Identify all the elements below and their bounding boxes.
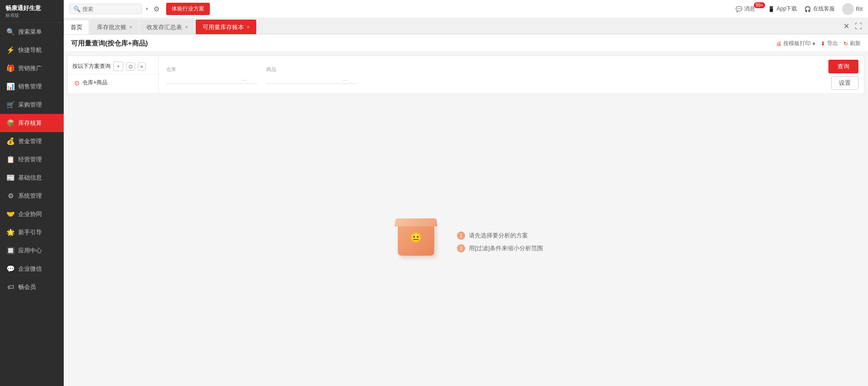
scheme-settings-button[interactable]: ⊙: [126, 62, 135, 71]
sidebar-item-shortcuts[interactable]: ⚡ 快捷导航: [0, 41, 64, 59]
sidebar-item-enterprise[interactable]: 🤝 企业协同: [0, 205, 64, 223]
money-icon: 💰: [6, 137, 15, 145]
user-profile[interactable]: Rit: [842, 3, 863, 15]
query-row: 按以下方案查询 ＋ ⊙ « ⊙ 仓库+商品 仓库: [68, 56, 864, 93]
sidebar-item-inventory[interactable]: 📦 库存核算: [0, 114, 64, 132]
scheme-header: 按以下方案查询 ＋ ⊙ «: [68, 60, 158, 74]
online-service-button[interactable]: 🎧 在线客服: [804, 5, 835, 13]
tip-text-1: 请先选择要分析的方案: [469, 232, 528, 240]
handshake-icon: 🤝: [6, 210, 15, 218]
close-tab-button[interactable]: ✕: [842, 21, 851, 32]
gift-icon: 🎁: [6, 64, 15, 72]
refresh-button[interactable]: ↻ 刷新: [843, 40, 861, 47]
empty-tips: 1 请先选择要分析的方案 2 用[过滤]条件来缩小分析范围: [457, 232, 543, 252]
settings-button[interactable]: 设置: [831, 76, 858, 90]
empty-state: 😐 1 请先选择要分析的方案 2 用[过滤]条件来缩小分析范围: [64, 98, 868, 386]
search-input[interactable]: [82, 6, 137, 12]
scheme-header-label: 按以下方案查询: [72, 62, 111, 70]
product-input-wrapper: …: [266, 74, 357, 84]
sidebar-item-label: 采购管理: [18, 101, 42, 109]
sidebar-item-system[interactable]: ⚙ 系统管理: [0, 187, 64, 205]
scheme-add-button[interactable]: ＋: [113, 62, 123, 71]
sidebar-item-basic[interactable]: 📰 基础信息: [0, 169, 64, 187]
sidebar-item-operation[interactable]: 📋 经营管理: [0, 150, 64, 169]
warehouse-input[interactable]: [166, 76, 239, 82]
topbar: 🔍 ▾ ⚙ 体验行业方案 💬 消息 99+ 📱 App下载 🎧 在线客服 Rit: [64, 0, 868, 18]
dropdown-icon: ▾: [812, 41, 815, 47]
sidebar-item-marketing[interactable]: 🎁 营销推广: [0, 59, 64, 77]
scheme-collapse-button[interactable]: «: [138, 62, 146, 71]
sidebar-item-label: 资金管理: [18, 137, 42, 145]
sidebar-item-finance[interactable]: 💰 资金管理: [0, 132, 64, 150]
sidebar: 畅康通好生意 标准版 🔍 搜索菜单 ⚡ 快捷导航 🎁 营销推广 📊 销售管理 🛒…: [0, 0, 64, 386]
tab-label: 收发存汇总表: [147, 23, 182, 31]
tip-num-2: 2: [457, 244, 465, 252]
box-icon: 📦: [6, 119, 15, 127]
search-icon: 🔍: [73, 5, 81, 12]
scheme-icon: ⊙: [74, 79, 80, 87]
page-content: 可用量查询(按仓库+商品) 🖨 按模板打印 ▾ ⬇ 导出 ↻ 刷新: [64, 35, 868, 386]
empty-illustration: 😐: [389, 215, 443, 269]
sidebar-item-wechat[interactable]: 💬 企业微信: [0, 260, 64, 278]
export-button[interactable]: ⬇ 导出: [821, 40, 838, 47]
tab-batch[interactable]: 库存批次账 ×: [90, 20, 139, 34]
page-header: 可用量查询(按仓库+商品) 🖨 按模板打印 ▾ ⬇ 导出 ↻ 刷新: [64, 35, 868, 52]
empty-box-visual: 😐: [398, 224, 434, 256]
scheme-item-warehouse-product[interactable]: ⊙ 仓库+商品: [68, 76, 158, 89]
tag-icon: 🏷: [6, 283, 15, 291]
close-icon[interactable]: ×: [129, 25, 132, 30]
print-label: 按模板打印: [783, 40, 811, 47]
tab-home[interactable]: 首页: [64, 20, 89, 34]
product-more-button[interactable]: …: [341, 76, 348, 82]
app-download-label: App下载: [777, 5, 797, 13]
sidebar-item-purchase[interactable]: 🛒 采购管理: [0, 96, 64, 114]
trial-button[interactable]: 体验行业方案: [166, 3, 210, 15]
print-icon: 🖨: [776, 41, 782, 47]
app-download-button[interactable]: 📱 App下载: [768, 5, 797, 13]
box-face-icon: 😐: [410, 232, 422, 244]
close-icon[interactable]: ×: [247, 25, 249, 30]
sidebar-item-label: 营销推广: [18, 64, 42, 72]
sidebar-item-label: 系统管理: [18, 192, 42, 200]
message-button[interactable]: 💬 消息 99+: [736, 5, 761, 13]
sidebar-item-vip[interactable]: 🏷 畅会员: [0, 278, 64, 296]
empty-tip-2: 2 用[过滤]条件来缩小分析范围: [457, 244, 543, 252]
sidebar-item-label: 经营管理: [18, 155, 42, 164]
close-icon[interactable]: ×: [185, 25, 188, 30]
topbar-right: 💬 消息 99+ 📱 App下载 🎧 在线客服 Rit: [736, 3, 863, 15]
main-area: 🔍 ▾ ⚙ 体验行业方案 💬 消息 99+ 📱 App下载 🎧 在线客服 Rit: [64, 0, 868, 386]
query-field-warehouse: 仓库 …: [166, 66, 257, 84]
expand-tab-button[interactable]: ⛶: [853, 21, 863, 32]
sidebar-scroll: 🔍 搜索菜单 ⚡ 快捷导航 🎁 营销推广 📊 销售管理 🛒 采购管理 📦 库存核…: [0, 23, 64, 386]
query-button[interactable]: 查询: [828, 60, 858, 73]
sidebar-item-newbie[interactable]: 🌟 新手引导: [0, 223, 64, 242]
sidebar-item-label: 库存核算: [18, 119, 42, 127]
tab-available[interactable]: 可用量库存账本 ×: [196, 20, 256, 34]
sidebar-item-search[interactable]: 🔍 搜索菜单: [0, 23, 64, 41]
dropdown-chevron-icon[interactable]: ▾: [146, 6, 148, 12]
cart-icon: 🛒: [6, 101, 15, 109]
lightning-icon: ⚡: [6, 46, 15, 54]
settings-gear-icon[interactable]: ⚙: [152, 4, 161, 15]
topbar-search-box[interactable]: 🔍: [69, 4, 142, 14]
message-badge: 99+: [754, 2, 765, 8]
logo-sub: 标准版: [5, 12, 58, 19]
product-input[interactable]: [266, 76, 339, 82]
avatar: [842, 3, 854, 15]
export-icon: ⬇: [821, 41, 825, 47]
query-area: 按以下方案查询 ＋ ⊙ « ⊙ 仓库+商品 仓库: [67, 56, 864, 94]
tip-text-2: 用[过滤]条件来缩小分析范围: [469, 244, 543, 252]
empty-tip-1: 1 请先选择要分析的方案: [457, 232, 543, 240]
warehouse-input-wrapper: …: [166, 74, 257, 84]
chart-icon: 📊: [6, 82, 15, 91]
tab-label: 首页: [71, 23, 82, 31]
tab-summary[interactable]: 收发存汇总表 ×: [140, 20, 194, 34]
print-button[interactable]: 🖨 按模板打印 ▾: [776, 40, 815, 47]
clipboard-icon: 📋: [6, 155, 15, 164]
logo-title: 畅康通好生意: [5, 5, 58, 12]
sidebar-item-apps[interactable]: 🔲 应用中心: [0, 242, 64, 260]
warehouse-more-button[interactable]: …: [241, 76, 248, 82]
sidebar-item-sales[interactable]: 📊 销售管理: [0, 77, 64, 96]
warehouse-field-label: 仓库: [166, 66, 257, 73]
tab-label: 可用量库存账本: [203, 23, 244, 31]
